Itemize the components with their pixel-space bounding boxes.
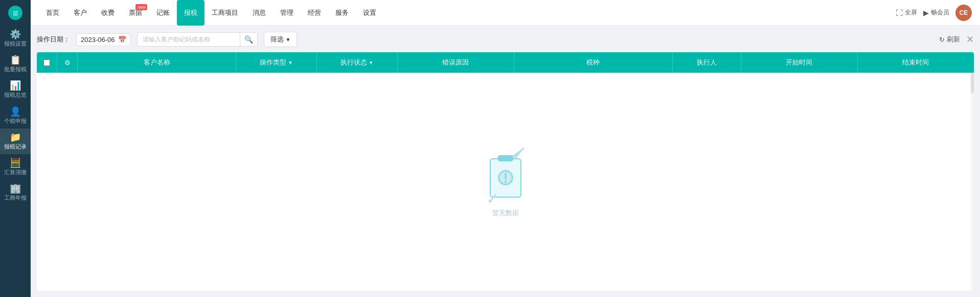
th-optype-label: 操作类型 xyxy=(260,58,286,67)
th-gear[interactable]: ⚙ xyxy=(57,52,78,73)
scrollbar-thumb[interactable] xyxy=(971,73,974,93)
sidebar-item-label: 汇算清缴 xyxy=(4,169,27,176)
select-all-checkbox[interactable] xyxy=(43,59,50,66)
member-label: 畅会员 xyxy=(931,8,949,17)
building-icon: 🏢 xyxy=(10,184,21,193)
main-wrapper: 首页 客户 收费 票据 new 记账 报税 工商项目 消息 管理 经营 xyxy=(31,0,980,297)
th-client: 客户名称 xyxy=(78,52,236,73)
svg-text:苗: 苗 xyxy=(13,10,18,16)
th-executor: 执行人 xyxy=(673,52,741,73)
sidebar-item-label: 批量报税 xyxy=(4,66,27,73)
refresh-label: 刷新 xyxy=(947,35,960,44)
filter-label: 筛选 xyxy=(270,35,284,44)
content-area: 操作日期： 2023-06-06 📅 🔍 筛选 ▼ ↻ 刷新 ✕ xyxy=(31,26,980,297)
search-input[interactable] xyxy=(138,33,240,46)
video-icon: ▶ xyxy=(923,9,929,17)
member-button[interactable]: ▶ 畅会员 xyxy=(923,8,949,17)
sidebar-item-label: 报税记录 xyxy=(4,143,27,150)
th-erreason-label: 错误原因 xyxy=(442,58,469,67)
empty-illustration xyxy=(480,146,531,202)
batch-icon: 📋 xyxy=(10,55,21,65)
new-badge: new xyxy=(135,4,147,11)
sidebar-item-baoshuishezhi[interactable]: ⚙️ 报税设置 xyxy=(0,26,31,51)
calendar-icon: 📅 xyxy=(118,36,126,44)
sidebar-item-geshuishenbao[interactable]: 👤 个税申报 xyxy=(0,103,31,129)
svg-point-9 xyxy=(505,181,507,183)
fullscreen-icon: ⛶ xyxy=(896,9,903,17)
sidebar-item-gongshangnianbaio[interactable]: 🏢 工商年报 xyxy=(0,180,31,205)
topnav-item-gongshangxiangmu[interactable]: 工商项目 xyxy=(204,0,245,26)
topnav-item-shezhi[interactable]: 设置 xyxy=(356,0,383,26)
fullscreen-button[interactable]: ⛶ 全屏 xyxy=(896,8,917,17)
topnav-item-xiaoxi[interactable]: 消息 xyxy=(245,0,273,26)
th-taxtype-label: 税种 xyxy=(586,58,600,67)
sidebar-item-baoshuijilu[interactable]: 📁 报税记录 xyxy=(0,129,31,154)
record-icon: 📁 xyxy=(10,133,21,142)
topnav-item-piaoju[interactable]: 票据 new xyxy=(122,0,149,26)
th-client-label: 客户名称 xyxy=(144,58,170,67)
sidebar-item-label: 报税设置 xyxy=(4,40,27,47)
gear-icon: ⚙ xyxy=(64,59,71,67)
date-label: 操作日期： xyxy=(37,35,70,44)
table-body: 暂无数据 xyxy=(37,73,974,291)
topnav-label: 首页 xyxy=(46,8,59,17)
overview-icon: 📊 xyxy=(10,81,21,90)
sort-icon: ▼ xyxy=(369,60,374,66)
topnav-label: 客户 xyxy=(74,8,87,17)
th-optype[interactable]: 操作类型 ▼ xyxy=(236,52,317,73)
filter-button[interactable]: 筛选 ▼ xyxy=(264,32,298,47)
scrollbar-track xyxy=(971,73,974,291)
topnav-label: 管理 xyxy=(280,8,293,17)
topnav-label: 消息 xyxy=(253,8,266,17)
fullscreen-label: 全屏 xyxy=(905,8,917,17)
sidebar-item-piliangbaoshui[interactable]: 📋 批量报税 xyxy=(0,51,31,77)
topnav-label: 记账 xyxy=(156,8,170,17)
th-erreason: 错误原因 xyxy=(398,52,514,73)
search-button[interactable]: 🔍 xyxy=(240,33,257,46)
topnav-label: 服务 xyxy=(335,8,349,17)
topnav-item-home[interactable]: 首页 xyxy=(39,0,66,26)
th-exstatus-label: 执行状态 xyxy=(340,58,367,67)
sidebar-item-label: 工商年报 xyxy=(4,195,27,201)
topnav-item-shoufei[interactable]: 收费 xyxy=(94,0,122,26)
table-header: ⚙ 客户名称 操作类型 ▼ 执行状态 ▼ 错误原因 税种 xyxy=(37,52,974,73)
sidebar-item-label: 报税总览 xyxy=(4,92,27,98)
table: ⚙ 客户名称 操作类型 ▼ 执行状态 ▼ 错误原因 税种 xyxy=(37,52,974,291)
date-value: 2023-06-06 xyxy=(81,36,115,44)
avatar[interactable]: CE xyxy=(955,5,972,21)
th-checkbox xyxy=(37,52,57,73)
date-picker[interactable]: 2023-06-06 📅 xyxy=(76,33,131,46)
sidebar-item-baoshuizonglan[interactable]: 📊 报税总览 xyxy=(0,77,31,102)
topnav-label: 收费 xyxy=(101,8,115,17)
topnav-item-jizhang[interactable]: 记账 xyxy=(149,0,177,26)
refresh-icon: ↻ xyxy=(939,36,945,44)
th-taxtype: 税种 xyxy=(514,52,673,73)
refresh-button[interactable]: ↻ 刷新 xyxy=(939,35,960,44)
th-executor-label: 执行人 xyxy=(697,58,717,67)
th-endtime: 结束时间 xyxy=(858,52,974,73)
empty-state: 暂无数据 xyxy=(480,146,531,218)
topnav-item-fuwu[interactable]: 服务 xyxy=(328,0,356,26)
close-button[interactable]: ✕ xyxy=(966,35,974,44)
svg-rect-5 xyxy=(498,155,513,161)
topnav-label: 经营 xyxy=(308,8,321,17)
th-endtime-label: 结束时间 xyxy=(902,58,929,67)
toolbar: 操作日期： 2023-06-06 📅 🔍 筛选 ▼ ↻ 刷新 ✕ xyxy=(37,32,974,47)
topnav-label: 工商项目 xyxy=(212,8,238,17)
th-starttime-label: 开始时间 xyxy=(786,58,812,67)
topnav-item-guanli[interactable]: 管理 xyxy=(273,0,301,26)
calc-icon: 🧮 xyxy=(10,158,21,167)
svg-marker-3 xyxy=(513,148,523,159)
sidebar: 苗 ⚙️ 报税设置 📋 批量报税 📊 报税总览 👤 个税申报 📁 报税记录 🧮 … xyxy=(0,0,31,297)
topnav: 首页 客户 收费 票据 new 记账 报税 工商项目 消息 管理 经营 xyxy=(31,0,980,26)
sidebar-item-huisuanqingsuan[interactable]: 🧮 汇算清缴 xyxy=(0,154,31,180)
chevron-down-icon: ▼ xyxy=(286,37,291,43)
topnav-item-client[interactable]: 客户 xyxy=(66,0,94,26)
topnav-label: 报税 xyxy=(184,8,197,17)
th-exstatus[interactable]: 执行状态 ▼ xyxy=(317,52,398,73)
topnav-item-baoshui[interactable]: 报税 xyxy=(177,0,204,26)
topnav-right: ⛶ 全屏 ▶ 畅会员 CE xyxy=(896,5,972,21)
topnav-label: 设置 xyxy=(363,8,376,17)
sidebar-item-label: 个税申报 xyxy=(4,118,27,124)
topnav-item-jingying[interactable]: 经营 xyxy=(301,0,328,26)
